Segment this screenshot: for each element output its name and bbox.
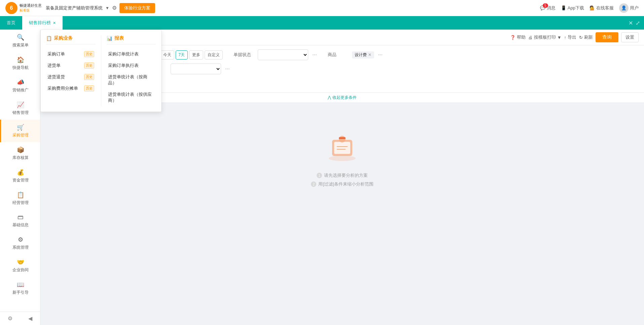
goods-tag-text: 设计费 xyxy=(355,52,367,58)
inbound-stat-goods-label: 进货单统计表（按商品） xyxy=(108,74,155,86)
sidebar-item-finance-label: 资金管理 xyxy=(12,177,29,183)
step-2-text: 用[过滤]条件来缩小分析范围 xyxy=(318,181,373,187)
goods-tag-close[interactable]: ✕ xyxy=(368,52,371,57)
7day-btn[interactable]: 7天 xyxy=(176,50,188,59)
export-label: 导出 xyxy=(568,34,576,40)
message-count: 5 xyxy=(543,3,548,8)
dropdown-col-report: 📊 报表 采购订单统计表 采购订单执行表 进货单统计表（按商品） 进货单统计表（… xyxy=(101,35,162,106)
sidebar-item-sales-label: 销售管理 xyxy=(12,110,29,116)
goods-more-btn[interactable]: ··· xyxy=(378,52,383,58)
sidebar-item-purchase[interactable]: 🛒 采购管理 xyxy=(0,120,40,142)
setting-btn[interactable]: 设置 xyxy=(621,32,639,42)
voucher-status-more-btn[interactable]: ··· xyxy=(312,52,317,58)
collapse-label: 收起更多条件 xyxy=(332,95,357,100)
refresh-btn[interactable]: ↻ 刷新 xyxy=(579,34,593,40)
report-menu-icon: 📊 xyxy=(107,36,112,41)
tab-expand-btn[interactable]: ⤢ xyxy=(636,20,640,26)
print-btn[interactable]: 🖨 按模板打印 ▼ xyxy=(528,34,562,40)
return-history: 历史 xyxy=(84,74,94,80)
export-btn[interactable]: ↑ 导出 xyxy=(564,34,577,40)
sidebar-item-basic-info[interactable]: 🗃 基础信息 xyxy=(0,210,40,232)
tab-home-label: 首页 xyxy=(7,20,15,26)
purchase-menu-icon: 📋 xyxy=(46,36,52,41)
sidebar-item-marketing[interactable]: 📣 营销推广 xyxy=(0,75,40,97)
salesperson-select[interactable] xyxy=(171,64,221,74)
purchase-order-label: 采购订单 xyxy=(47,51,65,57)
gear-btn[interactable]: ⚙ xyxy=(112,5,117,11)
inbound-label: 进货单 xyxy=(47,63,61,69)
expense-history: 历史 xyxy=(84,85,94,91)
user-label: 用户 xyxy=(630,5,639,11)
dropdown-col2-title-text: 报表 xyxy=(114,35,124,41)
logo-text-area: 畅捷通好生意 标准版 xyxy=(20,3,42,12)
more-date-btn[interactable]: 更多 xyxy=(189,50,203,59)
dropdown-item-inbound[interactable]: 进货单 历史 xyxy=(46,60,96,71)
dropdown-item-inbound-stat-goods[interactable]: 进货单统计表（按商品） xyxy=(107,71,156,89)
print-dropdown-icon: ▼ xyxy=(557,35,562,40)
system-dropdown-btn[interactable]: ▼ xyxy=(105,6,109,10)
dropdown-item-purchase-order[interactable]: 采购订单 历史 xyxy=(46,48,96,60)
sidebar-item-enterprise[interactable]: 🤝 企业协同 xyxy=(0,254,40,277)
empty-icon xyxy=(322,130,362,164)
dropdown-item-inbound-stat-supplier[interactable]: 进货单统计表（按供应商） xyxy=(107,89,156,106)
purchase-order-history: 历史 xyxy=(84,51,94,57)
marketing-icon: 📣 xyxy=(17,79,24,86)
sidebar-settings-btn[interactable]: ⚙ xyxy=(8,315,12,322)
voucher-status-label: 单据状态 xyxy=(234,52,254,58)
online-service-btn[interactable]: 💁 在线客服 xyxy=(589,5,614,11)
dropdown-item-return[interactable]: 进货退货 历史 xyxy=(46,71,96,83)
message-btn[interactable]: 💬 5 消息 xyxy=(540,5,556,11)
dropdown-item-expense[interactable]: 采购费用分摊单 历史 xyxy=(46,83,96,94)
voucher-status-select[interactable] xyxy=(258,49,308,60)
user-menu[interactable]: 👤 用户 xyxy=(619,3,639,13)
enterprise-icon: 🤝 xyxy=(17,258,24,266)
sidebar: 🔍 搜索菜单 🏠 快捷导航 📣 营销推广 📈 销售管理 🛒 采购管理 📦 库存核… xyxy=(0,30,40,325)
dropdown-item-purchase-order-stat[interactable]: 采购订单统计表 xyxy=(107,48,156,60)
sidebar-item-operations-label: 经营管理 xyxy=(12,200,29,206)
sidebar-collapse-btn[interactable]: ◀ xyxy=(28,315,32,322)
industry-btn[interactable]: 体验行业方案 xyxy=(119,3,155,13)
custom-date-btn[interactable]: 自定义 xyxy=(205,50,223,59)
sidebar-item-search-label: 搜索菜单 xyxy=(12,42,29,48)
tab-sales-ranking-label: 销售排行榜 xyxy=(29,20,51,26)
empty-step-2: 2 用[过滤]条件来缩小分析范围 xyxy=(311,181,373,187)
sidebar-item-finance[interactable]: 💰 资金管理 xyxy=(0,165,40,187)
today-btn[interactable]: 今天 xyxy=(160,50,174,59)
app-download-label: App下载 xyxy=(568,5,584,11)
sidebar-item-quick-nav[interactable]: 🏠 快捷导航 xyxy=(0,52,40,75)
sidebar-item-search[interactable]: 🔍 搜索菜单 xyxy=(0,30,40,52)
sidebar-item-basic-info-label: 基础信息 xyxy=(12,222,29,228)
dropdown-item-purchase-order-exec[interactable]: 采购订单执行表 xyxy=(107,60,156,71)
print-icon: 🖨 xyxy=(528,35,533,40)
tab-bar: 首页 销售排行榜 ✕ ✕ ⤢ xyxy=(0,16,644,30)
search-btn[interactable]: 查询 xyxy=(596,32,618,42)
tab-close-all-btn[interactable]: ✕ xyxy=(629,20,633,26)
empty-step-1: 1 请先选择要分析的方案 xyxy=(317,172,368,178)
sidebar-item-purchase-label: 采购管理 xyxy=(12,132,29,138)
help-icon: ❓ xyxy=(510,35,515,40)
refresh-icon: ↻ xyxy=(579,35,583,40)
tab-sales-ranking[interactable]: 销售排行榜 ✕ xyxy=(22,16,63,30)
tab-home[interactable]: 首页 xyxy=(0,16,22,30)
search-icon: 🔍 xyxy=(17,34,24,41)
sidebar-item-marketing-label: 营销推广 xyxy=(12,87,29,93)
svg-point-0 xyxy=(329,156,356,161)
svg-rect-2 xyxy=(334,142,350,154)
sidebar-item-inventory[interactable]: 📦 库存核算 xyxy=(0,142,40,165)
empty-state: 1 请先选择要分析的方案 2 用[过滤]条件来缩小分析范围 xyxy=(40,103,644,214)
sidebar-item-guide-label: 新手引导 xyxy=(12,290,29,295)
guide-icon: 📖 xyxy=(17,281,24,288)
sidebar-item-sales[interactable]: 📈 销售管理 xyxy=(0,97,40,120)
sidebar-item-system[interactable]: ⚙ 系统管理 xyxy=(0,232,40,254)
app-download-btn[interactable]: 📱 App下载 xyxy=(561,5,584,11)
help-btn[interactable]: ❓ 帮助 xyxy=(510,34,526,40)
sidebar-item-guide[interactable]: 📖 新手引导 xyxy=(0,277,40,299)
logo-icon: 6 xyxy=(5,2,17,14)
step-1-num: 1 xyxy=(317,173,322,178)
tab-close-btn[interactable]: ✕ xyxy=(53,21,56,25)
user-avatar: 👤 xyxy=(619,3,629,13)
logo-area: 6 畅捷通好生意 标准版 xyxy=(5,2,46,14)
salesperson-more-btn[interactable]: ··· xyxy=(225,66,229,72)
logo-badge: 标准版 xyxy=(20,8,42,13)
sidebar-item-operations[interactable]: 📋 经营管理 xyxy=(0,187,40,210)
